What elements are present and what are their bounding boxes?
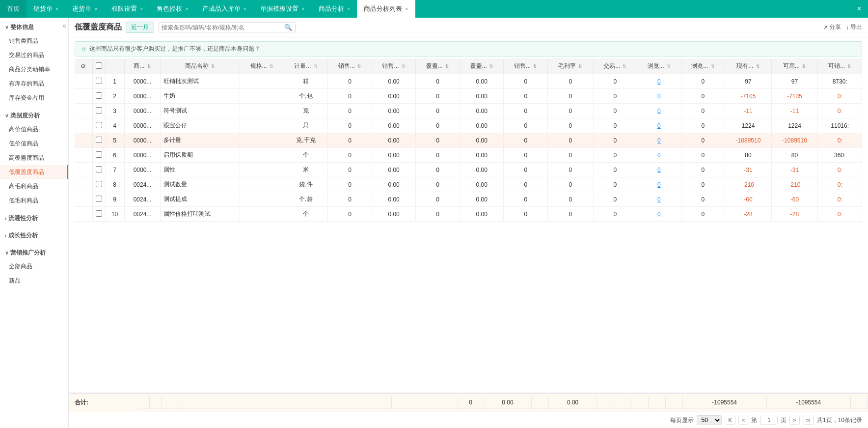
row-checkbox-cell[interactable] <box>92 192 105 207</box>
row-browse-a[interactable]: 0 <box>637 118 681 133</box>
per-page-select[interactable]: 50 20 100 200 <box>697 415 722 425</box>
col-browse-b[interactable]: 浏览... ⇅ <box>681 58 725 74</box>
sidebar-item-low-margin[interactable]: 低毛利商品 <box>0 194 68 208</box>
page-number-input[interactable] <box>760 416 778 425</box>
table-container[interactable]: ⚙ 商... ⇅ 商品名称 ⇅ <box>75 58 862 393</box>
row-browse-a[interactable]: 0 <box>637 177 681 192</box>
row-checkbox-cell[interactable] <box>92 163 105 177</box>
row-checkbox[interactable] <box>96 78 102 84</box>
row-checkbox-cell[interactable] <box>92 148 105 163</box>
sidebar-item-low-value[interactable]: 低价值商品 <box>0 137 68 151</box>
row-checkbox[interactable] <box>96 196 102 202</box>
row-browse-a[interactable]: 0 <box>637 74 681 89</box>
col-code[interactable]: 商... ⇅ <box>124 58 161 74</box>
col-name[interactable]: 商品名称 ⇅ <box>161 58 240 74</box>
row-checkbox-cell[interactable] <box>92 104 105 118</box>
nav-sales-close[interactable]: × <box>55 6 58 12</box>
search-input[interactable] <box>162 24 284 31</box>
row-checkbox[interactable] <box>96 92 102 99</box>
nav-products-close[interactable]: × <box>244 6 246 12</box>
sidebar-group-category[interactable]: ∨ 类别度分析 <box>0 109 68 122</box>
row-browse-a[interactable]: 0 <box>637 207 681 222</box>
row-checkbox-cell[interactable] <box>92 89 105 104</box>
sidebar-item-traded-goods[interactable]: 交易过的商品 <box>0 48 68 62</box>
nav-templates-close[interactable]: × <box>301 6 304 12</box>
prev-page-button[interactable]: < <box>738 416 748 425</box>
col-spec[interactable]: 规格... ⇅ <box>240 58 284 74</box>
select-all-checkbox[interactable] <box>96 62 102 69</box>
sidebar-group-overall[interactable]: ∨ 整体信息 <box>0 21 68 34</box>
first-page-button[interactable]: K <box>725 416 735 425</box>
nav-permissions[interactable]: 权限设置 × <box>105 0 150 18</box>
col-settings[interactable]: ⚙ <box>75 58 92 74</box>
row-checkbox[interactable] <box>96 137 102 143</box>
col-stock-a[interactable]: 现有... ⇅ <box>725 58 772 74</box>
row-checkbox[interactable] <box>96 122 102 128</box>
sidebar-item-all-goods[interactable]: 全部商品 <box>0 259 68 274</box>
nav-roles-close[interactable]: × <box>185 6 188 12</box>
row-browse-a[interactable]: 0 <box>637 133 681 148</box>
row-browse-a[interactable]: 0 <box>637 163 681 177</box>
export-button[interactable]: ↓ 导出 <box>846 23 862 31</box>
row-browse-a[interactable]: 0 <box>637 104 681 118</box>
row-checkbox-cell[interactable] <box>92 118 105 133</box>
row-browse-a[interactable]: 0 <box>637 192 681 207</box>
sidebar-item-sales-goods[interactable]: 销售类商品 <box>0 34 68 48</box>
nav-templates[interactable]: 单据模板设置 × <box>253 0 311 18</box>
sidebar-collapse-button[interactable]: « <box>62 22 66 29</box>
col-trade[interactable]: 交易... ⇅ <box>593 58 637 74</box>
sidebar-item-low-coverage[interactable]: 低覆盖度商品 <box>0 165 68 179</box>
col-sales-qty[interactable]: 销售... ⇅ <box>328 58 372 74</box>
sidebar-item-category-rate[interactable]: 商品分类动销率 <box>0 62 68 77</box>
row-checkbox-cell[interactable] <box>92 207 105 222</box>
row-checkbox[interactable] <box>96 166 102 172</box>
sidebar-group-flow[interactable]: › 流通性分析 <box>0 212 68 225</box>
sidebar-item-stock-goods[interactable]: 有库存的商品 <box>0 77 68 91</box>
row-checkbox-cell[interactable] <box>92 177 105 192</box>
col-stock-b[interactable]: 可用... ⇅ <box>771 58 818 74</box>
row-checkbox[interactable] <box>96 210 102 217</box>
nav-sales[interactable]: 销货单 × <box>27 0 65 18</box>
last-page-button[interactable]: >| <box>803 416 814 425</box>
col-unit[interactable]: 计量... ⇅ <box>284 58 328 74</box>
sidebar-item-new-goods[interactable]: 新品 <box>0 274 68 288</box>
row-browse-b: 0 <box>681 118 725 133</box>
row-code: 0000... <box>124 104 161 118</box>
row-checkbox-cell[interactable] <box>92 133 105 148</box>
col-gross[interactable]: 毛利率 ⇅ <box>548 58 594 74</box>
nav-analysis[interactable]: 商品分析 × <box>312 0 357 18</box>
nav-analysis-list-close[interactable]: × <box>405 6 408 12</box>
share-button[interactable]: ↗ 分享 <box>823 23 841 31</box>
sidebar-item-high-value[interactable]: 高价值商品 <box>0 122 68 137</box>
sidebar-item-high-margin[interactable]: 高毛利商品 <box>0 179 68 194</box>
col-cover-b[interactable]: 覆盖... ⇅ <box>460 58 504 74</box>
window-close-button[interactable]: × <box>850 0 868 18</box>
time-filter-button[interactable]: 近一月 <box>126 22 154 33</box>
sidebar-item-stock-capital[interactable]: 库存资金占用 <box>0 91 68 105</box>
col-sales-amt[interactable]: 销售... ⇅ <box>372 58 416 74</box>
row-checkbox[interactable] <box>96 181 102 187</box>
col-check[interactable] <box>92 58 105 74</box>
nav-analysis-list[interactable]: 商品分析列表 × <box>357 0 415 18</box>
sidebar-group-growth[interactable]: › 成长性分析 <box>0 229 68 242</box>
sidebar-item-high-coverage[interactable]: 高覆盖度商品 <box>0 151 68 165</box>
col-browse-a[interactable]: 浏览... ⇅ <box>637 58 681 74</box>
nav-products[interactable]: 产成品入库单 × <box>195 0 253 18</box>
nav-analysis-close[interactable]: × <box>347 6 350 12</box>
col-stock-c[interactable]: 可销... ⇅ <box>818 58 862 74</box>
col-sales-c[interactable]: 销售... ⇅ <box>504 58 548 74</box>
sidebar-group-marketing[interactable]: ∨ 营销推广分析 <box>0 246 68 259</box>
row-checkbox[interactable] <box>96 107 102 114</box>
row-browse-a[interactable]: 0 <box>637 148 681 163</box>
nav-roles[interactable]: 角色授权 × <box>150 0 195 18</box>
nav-purchase-close[interactable]: × <box>94 6 97 12</box>
row-browse-a[interactable]: 0 <box>637 89 681 104</box>
next-page-button[interactable]: > <box>789 416 799 425</box>
col-cover-a[interactable]: 覆盖... ⇅ <box>416 58 460 74</box>
nav-permissions-close[interactable]: × <box>140 6 143 12</box>
row-checkbox-cell[interactable] <box>92 74 105 89</box>
nav-home[interactable]: 首页 <box>0 0 27 18</box>
settings-icon[interactable]: ⚙ <box>81 63 86 70</box>
nav-purchase[interactable]: 进货单 × <box>65 0 104 18</box>
row-checkbox[interactable] <box>96 151 102 158</box>
